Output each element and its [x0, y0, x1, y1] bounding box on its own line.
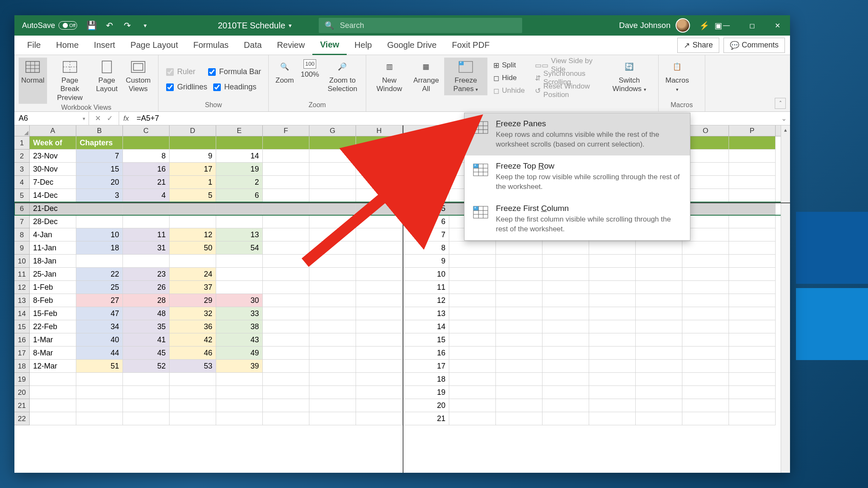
cell[interactable]: [263, 307, 309, 320]
cell[interactable]: 25-Jan: [30, 268, 76, 281]
row-header[interactable]: 5: [14, 189, 30, 202]
cell[interactable]: [682, 320, 729, 333]
cell[interactable]: [729, 360, 776, 373]
cell[interactable]: [263, 399, 309, 412]
cell[interactable]: 21: [123, 176, 170, 189]
cell[interactable]: 46: [170, 347, 216, 360]
arrange-all-button[interactable]: ▦Arrange All: [410, 58, 442, 95]
cell[interactable]: [729, 307, 776, 320]
cell[interactable]: [542, 294, 589, 307]
row-header[interactable]: 9: [14, 241, 30, 255]
column-header[interactable]: B: [76, 125, 123, 136]
row-header[interactable]: 12: [14, 281, 30, 294]
cell[interactable]: [356, 333, 403, 347]
cell[interactable]: [589, 373, 636, 386]
cell[interactable]: [170, 202, 216, 215]
cell[interactable]: [309, 360, 356, 373]
cell[interactable]: [542, 399, 589, 412]
cell[interactable]: [356, 255, 403, 268]
cell[interactable]: [170, 386, 216, 399]
cell[interactable]: [449, 320, 496, 333]
expand-formula-bar-button[interactable]: ⌄: [777, 114, 790, 122]
cell[interactable]: 30: [216, 294, 263, 307]
cell[interactable]: [263, 281, 309, 294]
cell[interactable]: [123, 136, 170, 150]
cell[interactable]: 26: [123, 281, 170, 294]
cell[interactable]: [263, 189, 309, 202]
cell[interactable]: [636, 360, 682, 373]
cell[interactable]: [356, 215, 403, 228]
cell[interactable]: 16: [123, 163, 170, 176]
cell[interactable]: [216, 136, 263, 150]
cell[interactable]: 17: [170, 163, 216, 176]
switch-windows-button[interactable]: 🔄Switch Windows ▾: [605, 58, 654, 95]
cell[interactable]: [729, 399, 776, 412]
save-icon[interactable]: 💾: [86, 20, 97, 30]
row-header[interactable]: 3: [14, 163, 30, 176]
cell[interactable]: [682, 347, 729, 360]
cell[interactable]: 7-Dec: [30, 176, 76, 189]
cell[interactable]: [729, 241, 776, 255]
unhide-button[interactable]: ◻Unhide: [492, 85, 526, 97]
cell[interactable]: 39: [216, 360, 263, 373]
cell[interactable]: [729, 333, 776, 347]
cell[interactable]: [30, 412, 76, 425]
row-header[interactable]: 13: [14, 294, 30, 307]
cell[interactable]: Chapters: [76, 136, 123, 150]
cell[interactable]: [76, 386, 123, 399]
cell[interactable]: [496, 294, 542, 307]
cell[interactable]: [682, 307, 729, 320]
cell[interactable]: [449, 294, 496, 307]
cell[interactable]: [589, 399, 636, 412]
cell[interactable]: 51: [76, 360, 123, 373]
row-header[interactable]: 8: [14, 228, 30, 241]
minimize-button[interactable]: —: [714, 15, 739, 36]
row-header[interactable]: 20: [14, 386, 30, 399]
cell[interactable]: 4-Jan: [30, 228, 76, 241]
cell[interactable]: 10: [76, 228, 123, 241]
cell[interactable]: [309, 281, 356, 294]
cell[interactable]: 15-Feb: [30, 307, 76, 320]
tab-file[interactable]: File: [19, 36, 48, 55]
cell[interactable]: [682, 268, 729, 281]
cell[interactable]: 21-Dec: [30, 202, 76, 215]
cell[interactable]: [170, 399, 216, 412]
cancel-formula-icon[interactable]: ✕: [95, 114, 101, 123]
document-title[interactable]: 2010TE Schedule▾: [218, 21, 292, 30]
cell[interactable]: [76, 373, 123, 386]
tab-foxit-pdf[interactable]: Foxit PDF: [444, 36, 497, 55]
cell[interactable]: [636, 333, 682, 347]
cell[interactable]: [309, 373, 356, 386]
cell[interactable]: [589, 412, 636, 425]
name-box[interactable]: A6: [14, 112, 89, 125]
cell[interactable]: [216, 386, 263, 399]
cell[interactable]: 15: [76, 163, 123, 176]
cell[interactable]: [729, 386, 776, 399]
tab-review[interactable]: Review: [270, 36, 313, 55]
cell[interactable]: [356, 412, 403, 425]
cell[interactable]: 21: [403, 412, 449, 425]
cell[interactable]: 1-Feb: [30, 281, 76, 294]
cell[interactable]: [263, 202, 309, 215]
cell[interactable]: 36: [170, 320, 216, 333]
cell[interactable]: 11-Jan: [30, 241, 76, 255]
cell[interactable]: [496, 320, 542, 333]
cell[interactable]: 45: [123, 347, 170, 360]
cell[interactable]: [682, 386, 729, 399]
zoom-100-button[interactable]: 100100%: [298, 58, 321, 101]
cell[interactable]: 7: [403, 228, 449, 241]
undo-icon[interactable]: ↶: [104, 20, 114, 30]
cell[interactable]: [449, 399, 496, 412]
new-window-button[interactable]: ▥New Window: [370, 58, 408, 95]
cell[interactable]: [123, 373, 170, 386]
cell[interactable]: [496, 386, 542, 399]
tab-view[interactable]: View: [312, 36, 347, 55]
row-header[interactable]: 15: [14, 320, 30, 333]
cell[interactable]: [542, 307, 589, 320]
cell[interactable]: [729, 228, 776, 241]
tab-insert[interactable]: Insert: [86, 36, 123, 55]
enter-formula-icon[interactable]: ✓: [107, 114, 113, 123]
cell[interactable]: 13: [403, 307, 449, 320]
cell[interactable]: [729, 136, 776, 150]
cell[interactable]: 35: [123, 320, 170, 333]
